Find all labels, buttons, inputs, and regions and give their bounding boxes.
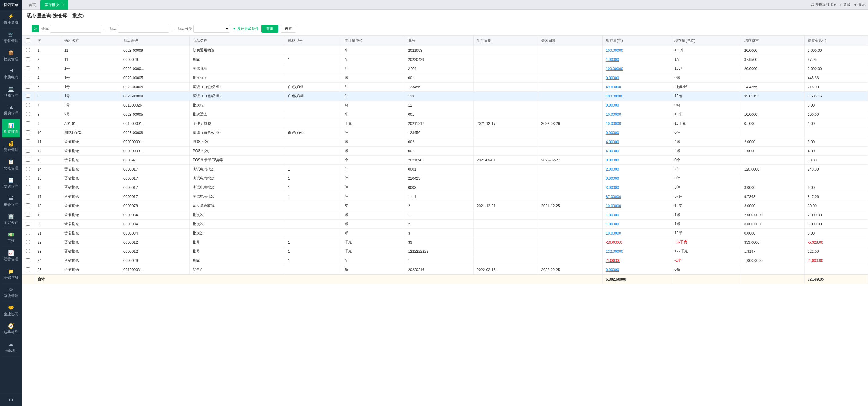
cell-qty-main[interactable]: 122.00000 xyxy=(602,247,671,256)
row-check[interactable] xyxy=(22,219,34,229)
row-checkbox[interactable] xyxy=(26,75,30,79)
row-checkbox[interactable] xyxy=(26,149,30,153)
expand-conditions-btn[interactable]: ▼ 展开更多条件 xyxy=(232,25,259,33)
row-check[interactable] xyxy=(22,229,34,238)
row-checkbox[interactable] xyxy=(26,222,30,226)
cell-qty-main[interactable]: 0.00000 xyxy=(602,101,671,110)
row-check[interactable] xyxy=(22,192,34,201)
row-check[interactable] xyxy=(22,82,34,92)
warehouse-input[interactable] xyxy=(50,25,101,33)
row-check[interactable] xyxy=(22,92,34,101)
goods-dots[interactable]: ... xyxy=(170,26,175,32)
cell-qty-main[interactable]: -1.00000 xyxy=(602,256,671,265)
row-check[interactable] xyxy=(22,137,34,146)
cell-qty-main[interactable]: 100.00000 xyxy=(602,46,671,55)
query-btn[interactable]: 查询 xyxy=(261,25,278,33)
row-checkbox[interactable] xyxy=(26,176,30,180)
cell-qty-main[interactable]: 100.00000 xyxy=(602,64,671,73)
settings-btn[interactable]: 设置 xyxy=(281,25,296,33)
row-check[interactable] xyxy=(22,174,34,183)
row-checkbox[interactable] xyxy=(26,212,30,216)
cell-qty-main[interactable]: 1.00000 xyxy=(602,219,671,229)
row-checkbox[interactable] xyxy=(26,167,30,171)
row-checkbox[interactable] xyxy=(26,57,30,61)
cell-qty-main[interactable]: 3.00000 xyxy=(602,183,671,192)
col-check[interactable] xyxy=(22,36,34,46)
row-checkbox[interactable] xyxy=(26,94,30,98)
row-check[interactable] xyxy=(22,183,34,192)
sidebar-item-invoice[interactable]: 🧾发票管理 xyxy=(2,174,20,193)
cell-qty-main[interactable]: 10.00000 xyxy=(602,110,671,119)
row-check[interactable] xyxy=(22,210,34,219)
row-checkbox[interactable] xyxy=(26,203,30,207)
select-all-checkbox[interactable] xyxy=(26,38,30,42)
tab-home[interactable]: 首页 xyxy=(24,0,40,10)
sidebar-item-basic-info[interactable]: 📁基础信息 xyxy=(2,265,20,283)
cell-qty-main[interactable]: 0.00000 xyxy=(602,156,671,165)
display-btn[interactable]: 👁 显示 xyxy=(854,2,866,7)
sidebar-item-wholesale[interactable]: 📦批发管理 xyxy=(2,47,20,65)
filter-toggle-btn[interactable]: > xyxy=(32,25,39,32)
row-check[interactable] xyxy=(22,46,34,55)
sidebar-item-ecommerce[interactable]: 💻电商管理 xyxy=(2,83,20,101)
row-check[interactable] xyxy=(22,119,34,128)
row-check[interactable] xyxy=(22,156,34,165)
export-btn[interactable]: ⬆ 导出 xyxy=(839,2,850,7)
cell-qty-main[interactable]: 87.00000 xyxy=(602,192,671,201)
cell-qty-main[interactable]: 0.00000 xyxy=(602,128,671,137)
cell-qty-main[interactable]: 1.00000 xyxy=(602,210,671,219)
cell-qty-main[interactable]: 100.00000 xyxy=(602,92,671,101)
sidebar-item-general[interactable]: 📋总账管理 xyxy=(2,156,20,174)
sidebar-settings-icon[interactable]: ⚙ xyxy=(0,394,22,406)
row-checkbox[interactable] xyxy=(26,48,30,52)
row-checkbox[interactable] xyxy=(26,103,30,107)
row-check[interactable] xyxy=(22,110,34,119)
row-check[interactable] xyxy=(22,101,34,110)
sidebar-item-guide[interactable]: 🧭新手引导 xyxy=(2,320,20,338)
sidebar-item-quick-nav[interactable]: ⚡快捷导航 xyxy=(2,10,20,29)
row-checkbox[interactable] xyxy=(26,185,30,189)
row-check[interactable] xyxy=(22,256,34,265)
row-check[interactable] xyxy=(22,247,34,256)
cell-qty-main[interactable]: 10.00000 xyxy=(602,119,671,128)
cell-qty-main[interactable]: 2.00000 xyxy=(602,165,671,174)
row-checkbox[interactable] xyxy=(26,66,30,70)
cell-qty-main[interactable]: 0.00000 xyxy=(602,174,671,183)
cell-qty-main[interactable]: 10.00000 xyxy=(602,229,671,238)
row-checkbox[interactable] xyxy=(26,121,30,125)
row-check[interactable] xyxy=(22,128,34,137)
row-checkbox[interactable] xyxy=(26,139,30,143)
cell-qty-main[interactable]: 0.00000 xyxy=(602,265,671,275)
sidebar-item-fixed-assets[interactable]: 🏢固定资产 xyxy=(2,210,20,229)
sidebar-item-tax[interactable]: 🏛税务管理 xyxy=(2,193,20,210)
row-check[interactable] xyxy=(22,146,34,156)
row-checkbox[interactable] xyxy=(26,258,30,262)
cell-qty-main[interactable]: -16.00000 xyxy=(602,238,671,247)
row-check[interactable] xyxy=(22,238,34,247)
row-check[interactable] xyxy=(22,64,34,73)
row-checkbox[interactable] xyxy=(26,158,30,162)
tab-close-icon[interactable]: × xyxy=(62,0,64,10)
sidebar-item-finance[interactable]: 💰资金管理 xyxy=(2,138,20,156)
row-checkbox[interactable] xyxy=(26,194,30,198)
sidebar-item-collab[interactable]: 🤝企业协同 xyxy=(2,302,20,320)
row-check[interactable] xyxy=(22,73,34,82)
warehouse-dots[interactable]: ... xyxy=(102,26,107,32)
row-check[interactable] xyxy=(22,165,34,174)
cell-qty-main[interactable]: 10.00000 xyxy=(602,201,671,210)
category-select[interactable] xyxy=(193,25,230,33)
goods-input[interactable] xyxy=(118,25,169,33)
cell-qty-main[interactable]: 4.00000 xyxy=(602,137,671,146)
cell-qty-main[interactable]: 1.00000 xyxy=(602,55,671,64)
row-checkbox[interactable] xyxy=(26,231,30,235)
sidebar-item-micro-shop[interactable]: 🖥小脑电商 xyxy=(2,65,20,83)
sidebar-item-inventory[interactable]: 📊库存核算 xyxy=(2,120,20,138)
sidebar-item-cloud[interactable]: ☁云应用 xyxy=(2,338,20,357)
print-btn[interactable]: 🖨 按模板打印 ▾ xyxy=(811,2,836,7)
cell-qty-main[interactable]: 49.60000 xyxy=(602,82,671,92)
row-checkbox[interactable] xyxy=(26,85,30,89)
row-checkbox[interactable] xyxy=(26,130,30,134)
tab-inventory-batch[interactable]: 库存批次 × xyxy=(40,0,68,10)
cell-qty-main[interactable]: 0.00000 xyxy=(602,73,671,82)
row-check[interactable] xyxy=(22,265,34,275)
